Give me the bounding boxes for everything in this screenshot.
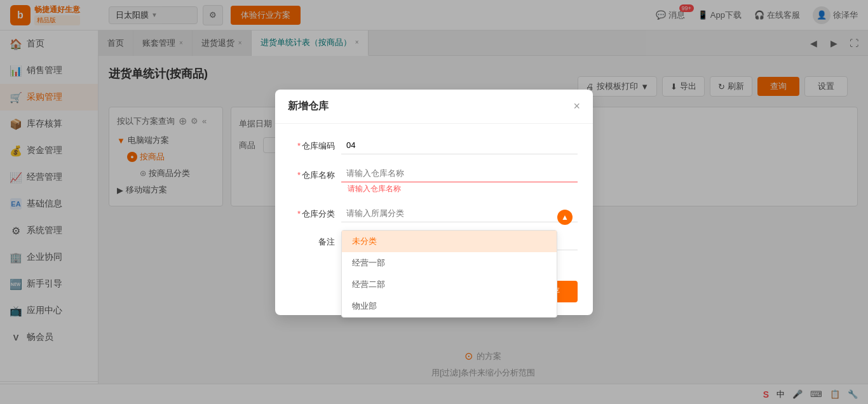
name-label: *仓库名称 [290, 166, 341, 181]
dropdown-item-property[interactable]: 物业部 [342, 295, 557, 317]
name-input[interactable] [341, 165, 578, 182]
category-dropdown-toggle[interactable]: ▲ [557, 210, 573, 225]
form-row-code: *仓库编码 [290, 137, 578, 154]
dialog-overlay: 新增仓库 × *仓库编码 *仓库名称 请输入仓库名称 [0, 0, 868, 404]
code-label: *仓库编码 [290, 137, 341, 152]
new-warehouse-dialog: 新增仓库 × *仓库编码 *仓库名称 请输入仓库名称 [275, 90, 593, 315]
dropdown-item-dept1[interactable]: 经营一部 [342, 252, 557, 274]
remark-label: 备注 [290, 232, 341, 248]
category-label: *仓库分类 [290, 205, 341, 220]
dialog-header: 新增仓库 × [275, 90, 593, 124]
dropdown-item-unclassified[interactable]: 未分类 [342, 231, 557, 252]
form-row-category: *仓库分类 ▲ 未分类 经营一部 经营二部 物业部 [290, 205, 578, 222]
category-input[interactable] [341, 205, 578, 222]
code-input[interactable] [341, 137, 578, 154]
category-dropdown-list: 未分类 经营一部 经营二部 物业部 [341, 230, 557, 318]
name-error-msg: 请输入仓库名称 [348, 184, 401, 194]
dialog-close-button[interactable]: × [573, 100, 580, 112]
form-row-name: *仓库名称 请输入仓库名称 [290, 165, 578, 194]
dropdown-item-dept2[interactable]: 经营二部 [342, 274, 557, 295]
dialog-body: *仓库编码 *仓库名称 请输入仓库名称 *仓库分类 [275, 124, 593, 273]
category-input-wrap: ▲ 未分类 经营一部 经营二部 物业部 [341, 205, 578, 222]
dialog-title: 新增仓库 [288, 100, 329, 113]
